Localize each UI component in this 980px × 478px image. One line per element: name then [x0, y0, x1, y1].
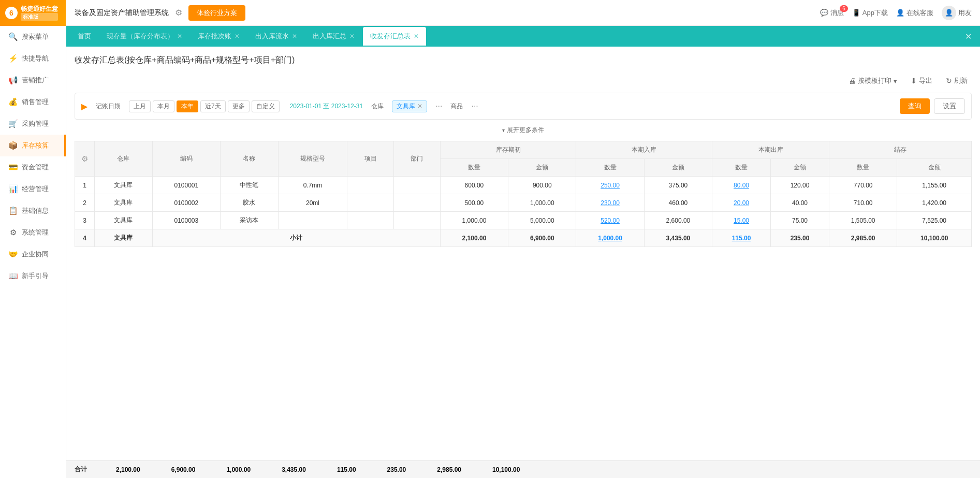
sidebar-item-newbie[interactable]: 📖 新手引导 — [0, 265, 66, 287]
subtotal-balance-amt: 10,100.00 — [897, 229, 972, 247]
expand-filter-btn[interactable]: ▾ 展开更多条件 — [75, 124, 972, 137]
subtotal-out-amt: 235.00 — [771, 229, 829, 247]
filter-toggle-icon[interactable]: ▶ — [81, 102, 87, 111]
sidebar-item-search[interactable]: 🔍 搜索菜单 — [0, 26, 66, 48]
th-opening-group: 库存期初 — [440, 141, 576, 159]
date-btn-自定义[interactable]: 自定义 — [252, 100, 280, 112]
tab-in-out-summary[interactable]: 出入库汇总✕ — [305, 27, 362, 46]
sidebar-item-sales[interactable]: 💰 销售管理 — [0, 91, 66, 113]
th-spec: 规格型号 — [278, 141, 347, 177]
warehouse-tag-close[interactable]: ✕ — [417, 103, 422, 110]
subtotal-in-qty[interactable]: 1,000.00 — [576, 229, 644, 247]
sidebar-icon-business: 📊 — [8, 184, 18, 194]
print-button[interactable]: 🖨 按模板打印 ▾ — [844, 74, 901, 88]
tab-batch-account[interactable]: 库存批次账✕ — [191, 27, 247, 46]
export-button[interactable]: ⬇ 导出 — [906, 74, 937, 88]
cell-in-qty[interactable]: 230.00 — [576, 194, 644, 212]
th-balance-amt: 金额 — [897, 159, 972, 177]
refresh-icon: ↻ — [946, 77, 952, 85]
sidebar-label-system: 系统管理 — [22, 228, 49, 237]
date-range-display: 2023-01-01 至 2023-12-31 — [290, 102, 363, 111]
app-download-btn[interactable]: 📱 App下载 — [852, 8, 888, 18]
cell-balance-amt: 1,420.00 — [897, 194, 972, 212]
date-btn-更多[interactable]: 更多 — [228, 100, 250, 112]
sidebar-label-basic: 基础信息 — [22, 206, 49, 215]
cell-out-qty[interactable]: 15.00 — [712, 212, 771, 229]
message-badge[interactable]: 💬 消息 6 — [820, 8, 844, 18]
tab-close-collect-summary[interactable]: ✕ — [414, 33, 419, 40]
sidebar-item-basic[interactable]: 📋 基础信息 — [0, 200, 66, 222]
tab-in-out-flow[interactable]: 出入库流水✕ — [248, 27, 304, 46]
sidebar-icon-purchase: 🛒 — [8, 119, 18, 128]
cell-in-qty[interactable]: 250.00 — [576, 177, 644, 194]
cell-dept — [394, 194, 441, 212]
tabbar-close-btn[interactable]: ✕ — [961, 32, 976, 41]
warehouse-filter-tag[interactable]: 文具库 ✕ — [392, 100, 427, 112]
settings-icon[interactable]: ⚙ — [175, 8, 182, 18]
sidebar-icon-inventory: 📦 — [8, 141, 18, 150]
date-btn-本年[interactable]: 本年 — [177, 100, 198, 112]
total-opening-amt: 6,900.00 — [171, 466, 196, 473]
sidebar-item-system[interactable]: ⚙ 系统管理 — [0, 222, 66, 243]
cell-warehouse: 文具库 — [95, 194, 153, 212]
total-balance-amt: 10,100.00 — [492, 466, 520, 473]
footer-values: 2,100.006,900.001,000.003,435.00115.0023… — [116, 466, 520, 473]
total-balance-qty: 2,985.00 — [437, 466, 461, 473]
sidebar-label-cooperation: 企业协同 — [22, 250, 49, 259]
goods-more-btn[interactable]: ··· — [471, 102, 478, 111]
tab-close-batch-account[interactable]: ✕ — [235, 33, 240, 40]
tab-label-collect-summary: 收发存汇总表 — [370, 32, 411, 41]
cell-balance-amt: 1,155.00 — [897, 177, 972, 194]
export-icon: ⬇ — [911, 77, 917, 85]
main-content: 装备及固定资产辅助管理系统 ⚙ 体验行业方案 💬 消息 6 📱 App下载 👤 … — [66, 0, 980, 478]
warehouse-more-btn[interactable]: ··· — [435, 102, 442, 111]
cell-out-qty[interactable]: 80.00 — [712, 177, 771, 194]
user-avatar[interactable]: 👤 用友 — [942, 6, 972, 20]
th-in-amt: 金额 — [644, 159, 712, 177]
sidebar-item-purchase[interactable]: 🛒 采购管理 — [0, 113, 66, 135]
tab-label-inventory-dist: 现存量（库存分布表） — [107, 32, 174, 41]
tab-close-in-out-summary[interactable]: ✕ — [349, 33, 355, 40]
goods-filter-label: 商品 — [450, 102, 463, 111]
download-icon: 📱 — [852, 9, 860, 17]
trial-button[interactable]: 体验行业方案 — [188, 5, 245, 21]
tab-close-in-out-flow[interactable]: ✕ — [292, 33, 297, 40]
tab-bar: 首页现存量（库存分布表）✕库存批次账✕出入库流水✕出入库汇总✕收发存汇总表✕ ✕ — [66, 26, 980, 47]
cell-no: 3 — [75, 212, 95, 229]
sidebar-item-inventory[interactable]: 📦 库存核算 — [0, 135, 66, 156]
sidebar-item-cooperation[interactable]: 🤝 企业协同 — [0, 243, 66, 265]
app-download-label: App下载 — [862, 8, 888, 18]
cell-project — [347, 177, 394, 194]
date-btn-上月[interactable]: 上月 — [129, 100, 151, 112]
tab-collect-summary[interactable]: 收发存汇总表✕ — [363, 27, 426, 46]
topbar: 装备及固定资产辅助管理系统 ⚙ 体验行业方案 💬 消息 6 📱 App下载 👤 … — [66, 0, 980, 26]
sidebar-item-quick-nav[interactable]: ⚡ 快捷导航 — [0, 48, 66, 69]
th-warehouse: 仓库 — [95, 141, 153, 177]
date-btn-本月[interactable]: 本月 — [153, 100, 174, 112]
cell-code: 0100002 — [152, 194, 220, 212]
sidebar-item-marketing[interactable]: 📢 营销推广 — [0, 69, 66, 91]
subtotal-label: 小计 — [152, 229, 440, 247]
app-tag: 标准版 — [21, 13, 58, 21]
query-button[interactable]: 查询 — [900, 98, 930, 114]
refresh-button[interactable]: ↻ 刷新 — [942, 74, 972, 88]
cell-project — [347, 212, 394, 229]
tab-inventory-dist[interactable]: 现存量（库存分布表）✕ — [99, 27, 189, 46]
total-out-amt: 235.00 — [387, 466, 406, 473]
table-settings-icon[interactable]: ⚙ — [81, 154, 88, 163]
date-btn-近7天[interactable]: 近7天 — [200, 100, 226, 112]
tab-home[interactable]: 首页 — [70, 27, 98, 46]
online-service-btn[interactable]: 👤 在线客服 — [896, 8, 933, 18]
cell-in-qty[interactable]: 520.00 — [576, 212, 644, 229]
cell-no: 1 — [75, 177, 95, 194]
sidebar-item-business[interactable]: 📊 经营管理 — [0, 178, 66, 200]
sidebar-item-finance[interactable]: 💳 资金管理 — [0, 156, 66, 178]
subtotal-out-qty[interactable]: 115.00 — [712, 229, 771, 247]
filter-settings-button[interactable]: 设置 — [934, 98, 965, 114]
date-filter-label: 记账日期 — [96, 102, 121, 111]
tab-close-inventory-dist[interactable]: ✕ — [177, 33, 182, 40]
th-balance-qty: 数量 — [829, 159, 897, 177]
cell-dept — [394, 177, 441, 194]
cell-out-qty[interactable]: 20.00 — [712, 194, 771, 212]
cell-project — [347, 194, 394, 212]
